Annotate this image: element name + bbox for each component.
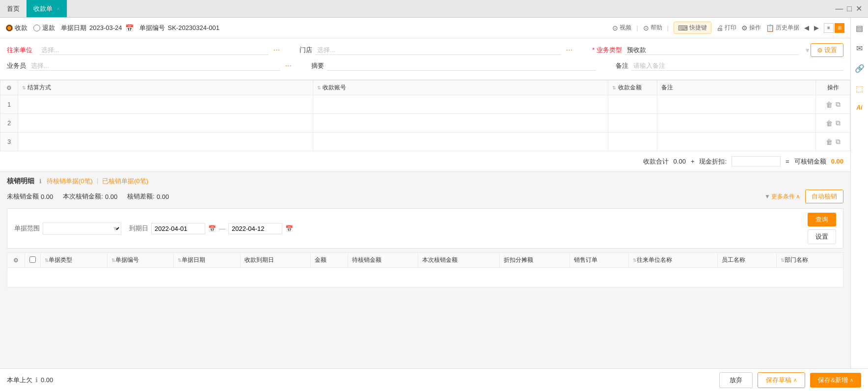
- print-icon: 🖨: [716, 24, 723, 32]
- abstract-label: 摘要: [311, 61, 324, 70]
- close-icon[interactable]: ✕: [856, 4, 862, 13]
- form-row-1: 往来单位 ··· 门店 ··· * 业务类型 ▼ ⚙ 设置: [7, 43, 843, 57]
- copy-row-icon-1[interactable]: ⧉: [836, 100, 841, 109]
- history-btn[interactable]: 📋 历史单据: [766, 24, 799, 32]
- radio-receive[interactable]: 收款: [6, 24, 27, 32]
- td-settlement-2[interactable]: [18, 114, 313, 133]
- date-from-input[interactable]: [151, 223, 205, 234]
- tab-receipt[interactable]: 收款单 ×: [27, 0, 67, 17]
- shortcut-btn[interactable]: ⌨ 快捷键: [674, 22, 711, 34]
- query-button[interactable]: 查询: [808, 213, 836, 226]
- store-field: 门店 ···: [299, 45, 572, 55]
- business-type-input[interactable]: [625, 45, 799, 55]
- td-settlement-1[interactable]: [18, 95, 313, 114]
- radio-refund[interactable]: 退款: [33, 24, 55, 32]
- save-new-button[interactable]: 保存&新增 ∧: [810, 373, 861, 388]
- td-amount-2[interactable]: [608, 114, 657, 133]
- delete-row-icon-2[interactable]: 🗑: [826, 119, 833, 127]
- salesperson-label: 业务员: [7, 61, 26, 70]
- print-btn[interactable]: 🖨 打印: [716, 24, 736, 32]
- vth-type: ⇅单据类型: [41, 253, 108, 268]
- operation-btn[interactable]: ⚙ 操作: [741, 24, 761, 32]
- counterparty-more-icon[interactable]: ···: [273, 46, 280, 55]
- help-icon: ⊙: [643, 24, 649, 32]
- counterparty-input[interactable]: [39, 45, 269, 55]
- abandon-button[interactable]: 放弃: [719, 372, 753, 388]
- number-field: 单据编号 SK-20230324-001: [139, 24, 220, 32]
- vtable-gear-icon[interactable]: ⚙: [13, 257, 19, 264]
- td-account-3[interactable]: [313, 133, 608, 151]
- td-account-1[interactable]: [313, 95, 608, 114]
- calendar-from-icon[interactable]: 📅: [208, 225, 216, 232]
- draft-dropdown-icon[interactable]: ∧: [793, 377, 797, 383]
- settings-button[interactable]: ⚙ 设置: [811, 43, 843, 57]
- range-select[interactable]: [43, 223, 121, 235]
- calendar-icon[interactable]: 📅: [125, 24, 134, 32]
- table-row: 3 🗑 ⧉: [0, 133, 850, 151]
- calendar-to-icon[interactable]: 📅: [285, 225, 293, 232]
- remark-input[interactable]: [631, 61, 843, 71]
- date-to-input[interactable]: [228, 223, 282, 234]
- maximize-icon[interactable]: □: [847, 4, 852, 13]
- auto-verify-button[interactable]: 自动核销: [805, 190, 843, 203]
- discount-label: 现金折扣:: [699, 157, 727, 166]
- sidebar-frame-icon[interactable]: ⬚: [853, 81, 866, 96]
- salesperson-more-icon[interactable]: ···: [285, 61, 292, 70]
- table-gear-icon[interactable]: ⚙: [6, 84, 12, 91]
- vth-number: ⇅单据编号: [107, 253, 174, 268]
- td-remark-3[interactable]: [657, 133, 816, 151]
- layout-grid-icon[interactable]: ⊞: [835, 23, 844, 33]
- sidebar-table-icon[interactable]: ▤: [853, 21, 866, 36]
- delete-row-icon-3[interactable]: 🗑: [826, 138, 833, 146]
- td-remark-2[interactable]: [657, 114, 816, 133]
- td-amount-1[interactable]: [608, 95, 657, 114]
- td-amount-3[interactable]: [608, 133, 657, 151]
- sidebar-ai-icon[interactable]: Ai: [854, 101, 866, 114]
- filter-settings-button[interactable]: 设置: [808, 229, 836, 244]
- sidebar-email-icon[interactable]: ✉: [853, 41, 866, 56]
- td-remark-1[interactable]: [657, 95, 816, 114]
- verify-header: 核销明细 ℹ 待核销单据(0笔) | 已核销单据(0笔): [7, 177, 843, 186]
- td-settlement-3[interactable]: [18, 133, 313, 151]
- bottom-info-icon[interactable]: ℹ: [35, 376, 38, 384]
- copy-row-icon-3[interactable]: ⧉: [836, 138, 841, 146]
- vtable-select-all[interactable]: [29, 256, 36, 263]
- verify-info-icon[interactable]: ℹ: [39, 178, 42, 185]
- delete-row-icon-1[interactable]: 🗑: [826, 101, 833, 109]
- salesperson-input[interactable]: [29, 61, 280, 71]
- form-section: 往来单位 ··· 门店 ··· * 业务类型 ▼ ⚙ 设置: [0, 38, 850, 80]
- discount-input[interactable]: [732, 156, 781, 167]
- equals-sign: =: [786, 158, 789, 165]
- done-tab[interactable]: 已核销单据(0笔): [102, 177, 148, 186]
- tab-home[interactable]: 首页: [0, 0, 27, 17]
- store-label: 门店: [299, 46, 312, 55]
- layout-list-icon[interactable]: ≡: [824, 23, 834, 33]
- vth-this-amount: 本次核销金额: [418, 253, 499, 268]
- total-label: 收款合计: [643, 157, 669, 166]
- store-more-icon[interactable]: ···: [566, 46, 572, 55]
- business-type-dropdown-icon[interactable]: ▼: [804, 47, 811, 54]
- vth-date: ⇅单据日期: [174, 253, 241, 268]
- abstract-input[interactable]: [327, 61, 596, 71]
- td-account-2[interactable]: [313, 114, 608, 133]
- prev-btn[interactable]: ◀: [804, 24, 809, 31]
- store-input[interactable]: [315, 45, 561, 55]
- save-draft-button[interactable]: 保存草稿 ∧: [758, 372, 805, 388]
- save-new-dropdown-icon[interactable]: ∧: [850, 377, 853, 383]
- operation-icon: ⚙: [741, 24, 748, 32]
- sidebar-link-icon[interactable]: 🔗: [852, 61, 868, 76]
- available-label: 可核销金额: [794, 157, 826, 166]
- vth-employee: 员工名称: [717, 253, 777, 268]
- total-value: 0.00: [674, 158, 686, 165]
- tab-close-icon[interactable]: ×: [56, 5, 60, 12]
- more-conditions-btn[interactable]: ▼ 更多条件 ∧: [764, 193, 800, 201]
- remark-field: 备注: [616, 61, 843, 71]
- video-btn[interactable]: ⊙ 视频: [612, 24, 631, 32]
- next-btn[interactable]: ▶: [814, 24, 819, 31]
- minimize-icon[interactable]: —: [835, 4, 843, 13]
- help-btn[interactable]: ⊙ 帮助: [643, 24, 662, 32]
- copy-row-icon-2[interactable]: ⧉: [836, 119, 841, 127]
- th-actions: 操作: [816, 81, 850, 95]
- form-row-2: 业务员 ··· 摘要 备注: [7, 61, 843, 71]
- pending-tab[interactable]: 待核销单据(0笔): [47, 177, 93, 186]
